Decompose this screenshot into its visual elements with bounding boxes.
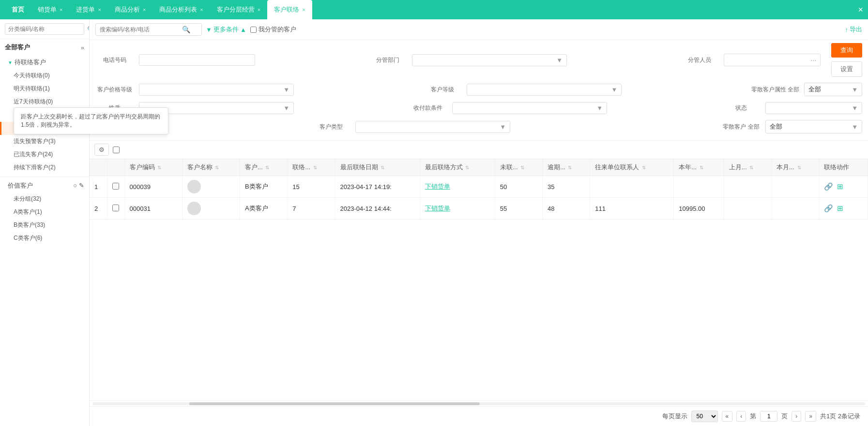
th-this-month[interactable]: 本月... ⇅ [772,159,819,176]
customer-type-arrow-icon: ▼ [500,123,506,131]
my-customers-checkbox[interactable] [250,27,257,33]
price-level-label: 客户价格等级 [95,86,134,94]
circle-icon[interactable]: ○ [73,182,77,189]
nav-home[interactable]: 首页 [5,0,31,19]
action-grid-icon-1[interactable]: ⊞ [837,182,843,191]
prev-page-button[interactable]: ‹ [736,411,746,422]
nav-customer-contact[interactable]: 客户联络 × [267,0,312,19]
sidebar-item-c-class[interactable]: C类客户(6) [0,232,89,245]
sidebar-item-a-class[interactable]: A类客户(1) [0,206,89,219]
cell-last-method-1[interactable]: 下销货单 [420,176,495,198]
sidebar-value-group-header[interactable]: 价值客户 ○ ✎ [0,179,89,192]
sidebar-item-7days[interactable]: 近7天待联络(0) [0,95,89,108]
export-button[interactable]: ↑ 导出 [845,25,863,34]
manager-dots-icon[interactable]: ··· [810,56,816,64]
close-product-list-icon[interactable]: × [200,7,203,13]
sidebar-value-icons: ○ ✎ [73,182,84,189]
nav-product-list[interactable]: 商品分析列表 × [152,0,210,19]
main-search-input[interactable] [100,26,182,33]
cell-action-1: 🔗 ⊞ [819,176,868,198]
payment-select[interactable]: ▼ [452,102,607,114]
action-grid-icon-2[interactable]: ⊞ [837,204,843,213]
th-level[interactable]: 客户... ⇅ [240,159,287,176]
per-page-label: 每页显示 [662,412,687,421]
sidebar-group-pending[interactable]: ▼ 待联络客户 [0,56,89,69]
cell-code-2: 000031 [124,198,182,220]
th-no-contact[interactable]: 未联... ⇅ [495,159,542,176]
first-page-button[interactable]: « [722,411,733,422]
th-contact-count[interactable]: 联络... ⇅ [288,159,335,176]
cell-checkbox-2[interactable] [107,198,124,220]
payment-label: 收付款条件 [409,104,447,112]
next-page-button[interactable]: › [792,411,801,422]
retail-attr-select[interactable]: 全部 ▼ [804,83,862,96]
sidebar-item-declining[interactable]: 持续下滑客户(2) [0,161,89,174]
nav-sales[interactable]: 销货单 × [31,0,69,19]
last-method-link-2[interactable]: 下销货单 [425,205,450,212]
th-last-date[interactable]: 最后联络日期 ⇅ [335,159,420,176]
cell-name-1[interactable] [182,176,240,198]
th-name[interactable]: 客户名称 ⇅ [182,159,240,176]
sidebar-item-churned[interactable]: 已流失客户(24) [0,148,89,161]
cell-checkbox-1[interactable] [107,176,124,198]
main-search-icon[interactable]: 🔍 [182,26,190,33]
cell-name-2[interactable] [182,198,240,220]
cell-last-method-2[interactable]: 下销货单 [420,198,495,220]
customer-level-arrow-icon: ▼ [611,86,617,93]
sidebar-collapse-icon[interactable]: » [81,44,84,51]
action-link-icon-1[interactable]: 🔗 [824,182,833,191]
select-all-checkbox[interactable] [113,147,120,153]
status-select[interactable]: ▼ [765,102,862,114]
nav-customer-segmentation[interactable]: 客户分层经营 × [210,0,267,19]
th-overdue[interactable]: 逾期... ⇅ [543,159,590,176]
settings-button[interactable]: 设置 [831,61,862,77]
filter-icon: ▼ [206,26,212,33]
query-button[interactable]: 查询 [831,43,862,58]
per-page-select[interactable]: 50 20 100 [691,411,718,422]
customer-type-select[interactable]: ▼ [355,121,510,133]
cell-this-year-2: 10995.00 [674,198,724,220]
row-checkbox-1[interactable] [112,183,119,190]
close-all-tabs-button[interactable]: × [858,5,863,15]
customer-level-select[interactable]: ▼ [467,84,622,96]
close-segmentation-icon[interactable]: × [258,7,260,13]
nav-product-analysis[interactable]: 商品分析 × [108,0,152,19]
sidebar-item-today[interactable]: 今天待联络(0) [0,69,89,82]
sidebar-search-input[interactable] [5,23,84,35]
nav-purchase[interactable]: 进货单 × [69,0,107,19]
retail-customer-select[interactable]: 全部 ▼ [765,120,862,133]
edit-icon[interactable]: ✎ [79,182,84,189]
more-conditions-button[interactable]: ▼ 更多条件 ▲ [206,25,246,34]
scrollbar-thumb[interactable] [189,402,480,405]
scrollbar-track[interactable] [92,402,865,405]
action-link-icon-2[interactable]: 🔗 [824,204,833,213]
row-checkbox-2[interactable] [112,205,119,211]
page-number-input[interactable] [760,411,777,422]
phone-input[interactable] [139,54,255,66]
dept-select[interactable]: ▼ [412,54,567,66]
horizontal-scrollbar[interactable] [90,400,868,406]
manager-select[interactable]: ··· [724,54,821,66]
close-purchase-icon[interactable]: × [98,7,101,13]
top-nav: 首页 销货单 × 进货单 × 商品分析 × 商品分析列表 × 客户分层经营 × … [0,0,868,19]
sidebar-item-tomorrow[interactable]: 明天待联络(1) [0,82,89,95]
last-method-link-1[interactable]: 下销货单 [425,183,450,190]
close-contact-icon[interactable]: × [302,7,305,13]
sidebar-item-churn-warning[interactable]: 流失预警客户(3) [0,135,89,148]
customer-level-label: 客户等级 [423,86,462,94]
manager-label: 分管人员 [680,56,719,64]
price-level-select[interactable]: ▼ [139,84,294,96]
my-customers-checkbox-label[interactable]: 我分管的客户 [250,25,296,34]
th-last-month[interactable]: 上月... ⇅ [724,159,771,176]
close-product-analysis-icon[interactable]: × [143,7,146,13]
th-code[interactable]: 客户编码 ⇅ [124,159,182,176]
gear-button[interactable]: ⚙ [94,144,109,156]
last-page-button[interactable]: » [805,411,816,422]
th-contact-person[interactable]: 往来单位联系人 ⇅ [590,159,674,176]
sidebar-item-b-class[interactable]: B类客户(33) [0,219,89,232]
th-this-year[interactable]: 本年... ⇅ [674,159,724,176]
sidebar-item-ungroup[interactable]: 未分组(32) [0,192,89,206]
th-last-method[interactable]: 最后联络方式 ⇅ [420,159,495,176]
cell-contact-person-2: 111 [590,198,674,220]
close-sales-icon[interactable]: × [60,7,62,13]
